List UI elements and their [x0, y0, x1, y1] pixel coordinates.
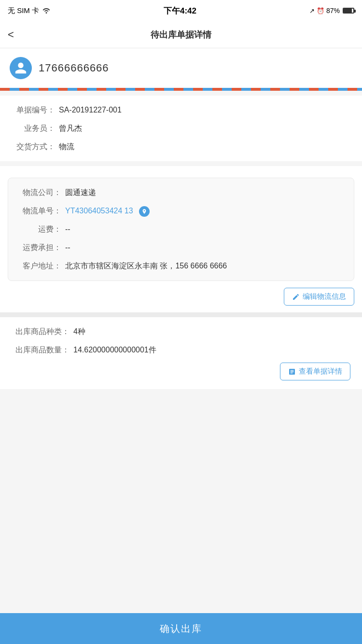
address-value: 北京市市辖区海淀区永丰南 张，156 6666 6666	[65, 260, 344, 272]
view-details-button[interactable]: 查看单据详情	[280, 363, 350, 380]
document-number-value: SA-20191227-001	[59, 104, 350, 116]
document-number-row: 单据编号： SA-20191227-001	[12, 104, 350, 116]
spacer	[0, 389, 362, 476]
goods-quantity-label: 出库商品数量：	[12, 344, 70, 356]
freight-bearer-label: 运费承担：	[18, 242, 61, 253]
view-details-container: 查看单据详情	[12, 363, 350, 380]
nav-bar: < 待出库单据详情	[0, 21, 362, 48]
salesperson-value: 曾凡杰	[59, 123, 350, 134]
delivery-method-label: 交货方式：	[12, 141, 55, 153]
goods-section: 出库商品种类： 4种 出库商品数量： 14.620000000000001件 查…	[0, 317, 362, 389]
salesperson-label: 业务员：	[12, 123, 55, 134]
address-row: 客户地址： 北京市市辖区海淀区永丰南 张，156 6666 6666	[18, 260, 344, 272]
delivery-method-value: 物流	[59, 141, 350, 153]
location-status-icon: ↗	[309, 7, 315, 14]
order-info-section: 单据编号： SA-20191227-001 业务员： 曾凡杰 交货方式： 物流	[0, 96, 362, 161]
logistics-company-value: 圆通速递	[65, 187, 344, 198]
back-button[interactable]: <	[4, 25, 18, 45]
customer-header: 17666666666	[0, 48, 362, 88]
freight-label: 运费：	[18, 224, 61, 235]
page-title: 待出库单据详情	[151, 29, 211, 41]
battery-fill	[344, 9, 352, 13]
address-label: 客户地址：	[18, 260, 61, 272]
freight-row: 运费： --	[18, 224, 344, 235]
logistics-section: 物流公司： 圆通速递 物流单号： YT43064053424 13 运费： --	[0, 166, 362, 312]
goods-quantity-value: 14.620000000000001件	[73, 344, 350, 356]
edit-logistics-label: 编辑物流信息	[303, 292, 346, 301]
status-time: 下午4:42	[164, 5, 196, 16]
logistics-company-row: 物流公司： 圆通速递	[18, 187, 344, 198]
avatar	[10, 57, 32, 79]
tracking-number-value: YT43064053424 13	[65, 205, 344, 217]
status-left: 无 SIM 卡	[8, 6, 51, 15]
status-right: ↗ ⏰ 87%	[309, 7, 354, 14]
wifi-icon	[42, 7, 51, 15]
edit-logistics-container: 编辑物流信息	[8, 288, 354, 306]
goods-types-row: 出库商品种类： 4种	[12, 326, 350, 337]
dashed-border	[0, 88, 362, 91]
freight-bearer-value: --	[65, 242, 344, 253]
carrier-label: 无 SIM 卡	[8, 6, 39, 15]
logistics-card: 物流公司： 圆通速递 物流单号： YT43064053424 13 运费： --	[8, 178, 354, 281]
delivery-method-row: 交货方式： 物流	[12, 141, 350, 153]
confirm-button[interactable]: 确认出库	[0, 613, 362, 644]
battery-label: 87%	[326, 7, 340, 14]
section-divider	[0, 312, 362, 317]
status-bar: 无 SIM 卡 下午4:42 ↗ ⏰ 87%	[0, 0, 362, 21]
document-number-label: 单据编号：	[12, 104, 55, 116]
goods-types-value: 4种	[73, 326, 350, 337]
view-details-label: 查看单据详情	[299, 367, 342, 376]
logistics-company-label: 物流公司：	[18, 187, 61, 198]
freight-bearer-row: 运费承担： --	[18, 242, 344, 253]
salesperson-row: 业务员： 曾凡杰	[12, 123, 350, 134]
customer-phone: 17666666666	[39, 62, 109, 74]
alarm-icon: ⏰	[317, 7, 324, 14]
tracking-number-row: 物流单号： YT43064053424 13	[18, 205, 344, 217]
goods-types-label: 出库商品种类：	[12, 326, 70, 337]
freight-value: --	[65, 224, 344, 235]
battery-bar	[343, 8, 354, 14]
goods-quantity-row: 出库商品数量： 14.620000000000001件	[12, 344, 350, 356]
tracking-number-label: 物流单号：	[18, 205, 61, 217]
tracking-location-icon[interactable]	[139, 206, 150, 217]
edit-logistics-button[interactable]: 编辑物流信息	[284, 288, 354, 306]
